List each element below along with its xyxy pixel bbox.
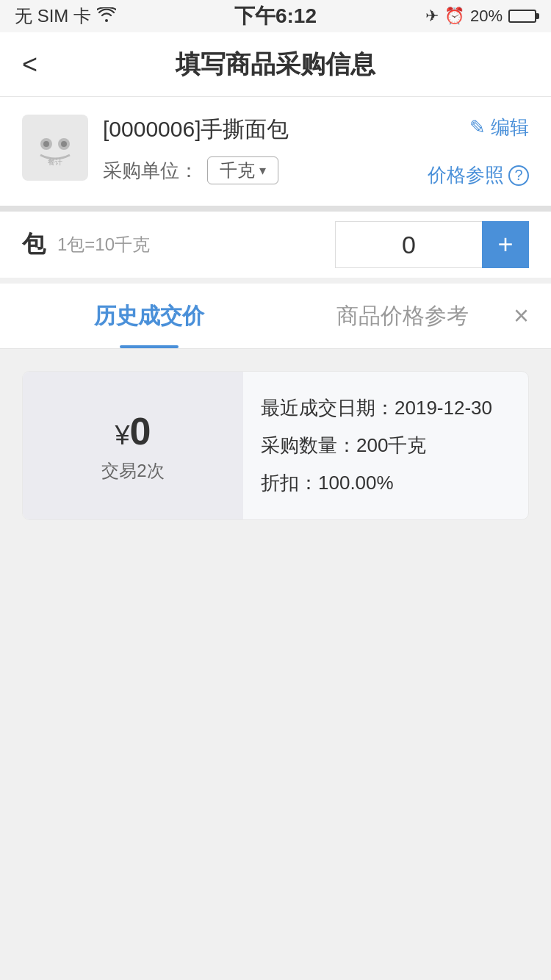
trade-date-label: 最近成交日期： bbox=[261, 397, 395, 419]
purchase-quantity-value: 200千克 bbox=[356, 434, 426, 456]
purchase-quantity-label: 采购数量： bbox=[261, 434, 356, 456]
product-info: [0000006]手撕面包 采购单位： 千克 ▾ bbox=[103, 115, 289, 184]
unit-value: 千克 bbox=[220, 159, 255, 182]
status-right: ✈ ⏰ 20% bbox=[425, 7, 536, 26]
product-name: [0000006]手撕面包 bbox=[103, 115, 289, 145]
trade-date-row: 最近成交日期：2019-12-30 bbox=[261, 394, 511, 422]
status-bar: 无 SIM 卡 下午6:12 ✈ ⏰ 20% bbox=[0, 0, 551, 32]
status-time: 下午6:12 bbox=[234, 2, 317, 30]
status-left: 无 SIM 卡 bbox=[15, 4, 116, 28]
quantity-controls: + bbox=[335, 221, 529, 268]
tab-history-price[interactable]: 历史成交价 bbox=[22, 284, 276, 348]
location-icon: ✈ bbox=[425, 7, 439, 26]
main-content: 历史成交价 商品价格参考 × ¥0 交易2次 最近成交日期：2019-12-30… bbox=[0, 284, 551, 871]
quantity-row: 包 1包=10千克 + bbox=[0, 212, 551, 278]
product-thumbnail: 餐计 bbox=[22, 115, 88, 181]
purchase-quantity-row: 采购数量：200千克 bbox=[261, 431, 511, 460]
history-price-value: ¥0 bbox=[115, 409, 151, 453]
battery-percent: 20% bbox=[470, 7, 503, 26]
quantity-conversion: 1包=10千克 bbox=[57, 233, 150, 256]
price-reference-button[interactable]: 价格参照 ? bbox=[428, 162, 529, 188]
tabs-section: 历史成交价 商品价格参考 × bbox=[0, 284, 551, 349]
product-left: 餐计 [0000006]手撕面包 采购单位： 千克 ▾ bbox=[22, 115, 289, 184]
svg-point-3 bbox=[61, 141, 67, 147]
history-details-section: 最近成交日期：2019-12-30 采购数量：200千克 折扣：100.00% bbox=[243, 372, 528, 519]
svg-text:餐计: 餐计 bbox=[48, 158, 62, 166]
carrier-text: 无 SIM 卡 bbox=[15, 4, 91, 28]
nav-bar: < 填写商品采购信息 bbox=[0, 32, 551, 97]
trade-date-value: 2019-12-30 bbox=[395, 397, 492, 419]
page-title: 填写商品采购信息 bbox=[176, 48, 375, 82]
edit-icon: ✎ bbox=[469, 116, 486, 138]
trade-count: 交易2次 bbox=[101, 459, 164, 483]
quantity-unit-label: 包 bbox=[22, 228, 46, 261]
dropdown-arrow: ▾ bbox=[259, 162, 266, 179]
tab-active-indicator bbox=[120, 345, 179, 348]
tab-price-reference[interactable]: 商品价格参考 bbox=[276, 284, 529, 348]
unit-select[interactable]: 千克 ▾ bbox=[207, 156, 278, 184]
help-icon: ? bbox=[508, 165, 529, 186]
battery-icon bbox=[508, 10, 536, 23]
svg-point-2 bbox=[43, 141, 49, 147]
alarm-icon: ⏰ bbox=[444, 7, 464, 26]
discount-value: 100.00% bbox=[318, 472, 394, 494]
quantity-input[interactable] bbox=[335, 221, 482, 268]
section-divider bbox=[0, 206, 551, 212]
tabs-row: 历史成交价 商品价格参考 × bbox=[0, 284, 551, 348]
history-card: ¥0 交易2次 最近成交日期：2019-12-30 采购数量：200千克 折扣：… bbox=[22, 371, 529, 520]
quantity-plus-button[interactable]: + bbox=[482, 221, 529, 268]
product-card: 餐计 [0000006]手撕面包 采购单位： 千克 ▾ ✎ 编辑 bbox=[0, 97, 551, 206]
tab-close-button[interactable]: × bbox=[514, 300, 529, 331]
back-button[interactable]: < bbox=[22, 49, 37, 80]
history-price-section: ¥0 交易2次 bbox=[23, 372, 243, 519]
discount-row: 折扣：100.00% bbox=[261, 469, 511, 497]
product-unit-row: 采购单位： 千克 ▾ bbox=[103, 156, 289, 184]
product-actions: ✎ 编辑 价格参照 ? bbox=[428, 115, 529, 188]
discount-label: 折扣： bbox=[261, 472, 318, 494]
wifi-icon bbox=[97, 6, 116, 26]
purchase-unit-label: 采购单位： bbox=[103, 158, 198, 184]
edit-button[interactable]: ✎ 编辑 bbox=[469, 115, 529, 140]
quantity-left: 包 1包=10千克 bbox=[22, 228, 150, 261]
product-header: 餐计 [0000006]手撕面包 采购单位： 千克 ▾ ✎ 编辑 bbox=[22, 115, 529, 188]
